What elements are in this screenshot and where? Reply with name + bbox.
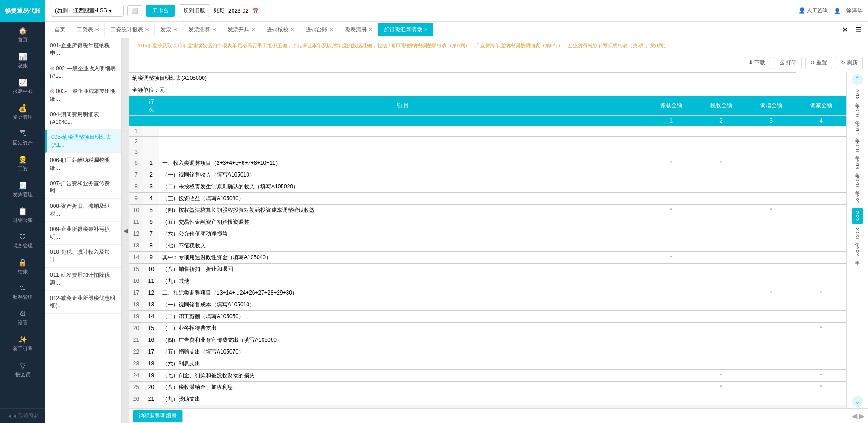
col3-cell[interactable] [746,334,796,346]
copy-button[interactable]: ⬜ [127,5,142,16]
tab-invoice-open[interactable]: 发票开具✕ [222,23,261,36]
col4-cell[interactable] [796,216,846,228]
col3-cell[interactable] [746,181,796,192]
year-item-2018年[interactable]: 2018年 [852,138,863,154]
sidebar-item-settings[interactable]: ⚙设置 [0,305,45,331]
company-select[interactable]: (勿删）江西股室-LSS ▾ [51,5,124,17]
col1-cell[interactable] [646,346,696,358]
tab-close-payroll-report[interactable]: ✕ [145,27,149,33]
left-panel-item-007[interactable]: 007-广告费和业务宣传费时... [45,176,121,199]
sidebar-item-tax[interactable]: 🛡税务管理 [0,228,45,254]
col4-cell[interactable] [796,263,846,275]
col4-cell[interactable] [796,358,846,369]
col3-cell[interactable] [746,358,796,369]
sidebar-item-archive[interactable]: 🗂归档管理 [0,280,45,305]
item-name[interactable]: （九）赞助支出 [159,393,646,405]
download-button[interactable]: ⬇ 下载 [744,57,770,69]
item-name[interactable]: （一）视同销售成本（填写A105010） [159,299,646,310]
sidebar-item-payroll[interactable]: 👷工资 [0,151,45,177]
calendar-icon[interactable]: 📅 [252,8,259,14]
col4-cell[interactable] [796,393,846,405]
col2-cell[interactable] [696,310,746,322]
year-item-2023年[interactable]: 2023年 [852,225,863,241]
tab-close-invoice[interactable]: ✕ [173,27,177,33]
col1-cell[interactable] [646,358,696,369]
sidebar-item-assets[interactable]: 🏗固定资产 [0,125,45,151]
col1-cell[interactable] [646,147,696,157]
scroll-right-icon[interactable]: ▶ [859,412,864,420]
col3-cell[interactable] [746,169,796,181]
col4-cell[interactable] [796,136,846,147]
item-name[interactable]: （四）按权益法核算长期股权投资对初始投资成本调整确认收益 [159,204,646,216]
col3-cell[interactable] [746,310,796,322]
year-nav-up[interactable]: ⌃ [852,74,863,85]
col2-cell[interactable] [696,275,746,287]
col4-cell[interactable] [796,240,846,251]
col2-cell[interactable] [696,228,746,240]
col1-cell[interactable] [646,126,696,136]
col2-cell[interactable] [696,181,746,192]
col3-cell[interactable] [746,346,796,358]
col3-cell[interactable] [746,157,796,169]
item-name[interactable]: （八）销售折扣、折让和退回 [159,263,646,275]
col1-cell[interactable] [646,136,696,147]
col1-cell[interactable] [646,240,696,251]
item-name[interactable]: （五）捐赠支出（填写A105070） [159,346,646,358]
year-item-2020年[interactable]: 2020年 [852,173,863,189]
panel-collapse-button[interactable]: ◀ [122,38,129,423]
print-button[interactable]: 🖨 打印 [774,57,802,69]
col3-cell[interactable] [746,299,796,310]
col3-cell[interactable] [746,251,796,263]
col2-cell[interactable] [696,216,746,228]
col4-cell[interactable] [796,157,846,169]
col1-cell[interactable] [646,310,696,322]
col1-cell[interactable] [646,216,696,228]
col2-cell[interactable] [696,346,746,358]
col3-cell[interactable] [746,263,796,275]
col4-cell[interactable] [796,346,846,358]
col1-cell[interactable] [646,228,696,240]
col1-cell[interactable] [646,299,696,310]
tab-sales-ledger[interactable]: 进销台账✕ [300,23,339,36]
year-item-2019年[interactable]: 2019年 [852,156,863,172]
col1-cell[interactable] [646,334,696,346]
sidebar-item-sales[interactable]: 📋进销台账 [0,202,45,228]
item-name[interactable]: （六）利息支出 [159,358,646,369]
tab-close-payroll[interactable]: ✕ [95,27,99,33]
item-name[interactable] [159,136,646,147]
col2-cell[interactable] [696,263,746,275]
col3-cell[interactable] [746,147,796,157]
col4-cell[interactable] [796,204,846,216]
scroll-left-icon[interactable]: ◀ [852,412,857,420]
tab-home[interactable]: 首页 [49,23,71,36]
col4-cell[interactable]: * [796,381,846,393]
item-name[interactable]: （六）公允价值变动净损益 [159,228,646,240]
sheet-main[interactable]: 纳税调整项目明细表(A105000) 全额单位：元 行次 项 目 账载全额 税收… [129,72,846,408]
left-panel-item-011[interactable]: 011-研发费用加计扣除优惠... [45,268,121,291]
item-name[interactable]: （二）未按权责发生制原则确认的收入（填写A105020） [159,181,646,192]
sidebar-item-member[interactable]: ▽畅会员 [0,357,45,383]
sidebar-item-ledger[interactable]: 📊总账 [0,48,45,74]
col2-cell[interactable] [696,169,746,181]
reset-button[interactable]: ↺ 重置 [805,57,832,69]
left-panel-item-010[interactable]: 010-免税、减计收入及加计... [45,245,121,268]
left-panel-item-005[interactable]: 005-纳税调整项目明细表(A1... [45,130,121,153]
year-item-2016年[interactable]: 2016年 [852,103,863,119]
user-avatar[interactable]: 👤 [834,8,841,14]
item-name[interactable]: （二）职工薪酬（填写A105050） [159,310,646,322]
item-name[interactable]: 二、扣除类调整项目（13+14+...24+26+27+28+29+30） [159,287,646,299]
tab-close-invoice-open[interactable]: ✕ [251,27,255,33]
left-panel-item-004[interactable]: 004-期间费用明细表(A1040... [45,107,121,130]
year-item-2022年[interactable]: 2022年 [852,208,863,224]
tab-close-income-tax[interactable]: ✕ [424,27,428,33]
col2-cell[interactable] [696,358,746,369]
col2-cell[interactable]: * [696,369,746,381]
col1-cell[interactable]: * [646,157,696,169]
col1-cell[interactable] [646,393,696,405]
left-panel-item-002[interactable]: ⊗002-一般企业收入明细表(A1... [45,61,121,84]
sidebar-item-invoice[interactable]: 🧾发票管理 [0,177,45,202]
col3-cell[interactable]: * [746,287,796,299]
tab-close-invoice-calc[interactable]: ✕ [212,27,216,33]
item-name[interactable] [159,147,646,157]
tab-close-tax-clear[interactable]: ✕ [368,27,372,33]
